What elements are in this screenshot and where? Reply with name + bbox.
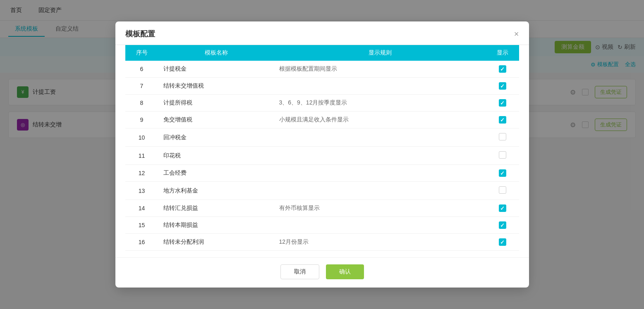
row-checkbox[interactable] (499, 169, 506, 177)
table-row: 14结转汇兑损益有外币核算显示 (125, 200, 519, 217)
cell-rule: 有外币核算显示 (274, 200, 486, 217)
cell-rule (274, 182, 486, 200)
cell-name: 工会经费 (158, 165, 274, 182)
cell-id: 13 (125, 182, 158, 200)
row-checkbox[interactable] (499, 221, 506, 229)
cell-name: 结转汇兑损益 (158, 200, 274, 217)
cell-checkbox (486, 95, 519, 112)
table-row: 6计提税金根据模板配置期间显示 (125, 61, 519, 78)
cell-checkbox (486, 200, 519, 217)
cell-checkbox (486, 112, 519, 128)
cell-checkbox (486, 78, 519, 95)
col-header-display: 显示 (486, 45, 519, 61)
confirm-button[interactable]: 确认 (326, 264, 364, 279)
cell-id: 10 (125, 128, 158, 147)
cell-name: 回冲税金 (158, 128, 274, 147)
row-checkbox[interactable] (499, 151, 506, 159)
cell-name: 结转未交增值税 (158, 78, 274, 95)
cell-rule: 3、6、9、12月按季度显示 (274, 95, 486, 112)
table-body: 6计提税金根据模板配置期间显示7结转未交增值税8计提所得税3、6、9、12月按季… (125, 61, 519, 251)
modal-body: 序号 模板名称 显示规则 显示 6计提税金根据模板配置期间显示7结转未交增值税8… (115, 45, 529, 257)
col-header-name: 模板名称 (158, 45, 274, 61)
cell-id: 9 (125, 112, 158, 128)
cell-rule (274, 217, 486, 234)
table-row: 10回冲税金 (125, 128, 519, 147)
cell-rule: 12月份显示 (274, 234, 486, 251)
cancel-button[interactable]: 取消 (280, 264, 319, 279)
table-row: 7结转未交增值税 (125, 78, 519, 95)
cell-id: 14 (125, 200, 158, 217)
table-row: 16结转未分配利润12月份显示 (125, 234, 519, 251)
row-checkbox[interactable] (499, 238, 506, 246)
cell-rule: 根据模板配置期间显示 (274, 61, 486, 78)
cell-checkbox (486, 217, 519, 234)
cell-name: 结转本期损益 (158, 217, 274, 234)
table-row: 8计提所得税3、6、9、12月按季度显示 (125, 95, 519, 112)
cell-rule: 小规模且满足收入条件显示 (274, 112, 486, 128)
config-table: 序号 模板名称 显示规则 显示 6计提税金根据模板配置期间显示7结转未交增值税8… (125, 45, 519, 251)
modal-template-config: 模板配置 × 序号 模板名称 显示规则 显示 6计提税金根据模板配置期间显示7结… (115, 21, 529, 288)
cell-rule (274, 165, 486, 182)
table-row: 15结转本期损益 (125, 217, 519, 234)
cell-id: 12 (125, 165, 158, 182)
cell-name: 印花税 (158, 147, 274, 165)
cell-checkbox (486, 147, 519, 165)
table-row: 11印花税 (125, 147, 519, 165)
cell-checkbox (486, 234, 519, 251)
row-checkbox[interactable] (499, 204, 506, 212)
row-checkbox[interactable] (499, 99, 506, 107)
cell-checkbox (486, 165, 519, 182)
cell-id: 7 (125, 78, 158, 95)
modal-footer: 取消 确认 (115, 257, 529, 288)
modal-close-button[interactable]: × (514, 30, 519, 38)
cell-name: 免交增值税 (158, 112, 274, 128)
cell-name: 计提税金 (158, 61, 274, 78)
row-checkbox[interactable] (499, 186, 506, 194)
cell-id: 11 (125, 147, 158, 165)
table-row: 9免交增值税小规模且满足收入条件显示 (125, 112, 519, 128)
modal-title: 模板配置 (125, 29, 155, 39)
table-row: 13地方水利基金 (125, 182, 519, 200)
cell-id: 8 (125, 95, 158, 112)
row-checkbox[interactable] (499, 116, 506, 124)
cell-checkbox (486, 182, 519, 200)
modal-overlay: 模板配置 × 序号 模板名称 显示规则 显示 6计提税金根据模板配置期间显示7结… (0, 0, 644, 309)
cell-rule (274, 147, 486, 165)
cell-checkbox (486, 128, 519, 147)
modal-header: 模板配置 × (115, 21, 529, 45)
cell-rule (274, 78, 486, 95)
cell-name: 地方水利基金 (158, 182, 274, 200)
row-checkbox[interactable] (499, 133, 506, 140)
cell-id: 16 (125, 234, 158, 251)
cell-name: 结转未分配利润 (158, 234, 274, 251)
table-row: 12工会经费 (125, 165, 519, 182)
row-checkbox[interactable] (499, 82, 506, 90)
cell-id: 15 (125, 217, 158, 234)
col-header-id: 序号 (125, 45, 158, 61)
col-header-rule: 显示规则 (274, 45, 486, 61)
row-checkbox[interactable] (499, 65, 506, 73)
table-header-row: 序号 模板名称 显示规则 显示 (125, 45, 519, 61)
cell-id: 6 (125, 61, 158, 78)
cell-checkbox (486, 61, 519, 78)
cell-name: 计提所得税 (158, 95, 274, 112)
cell-rule (274, 128, 486, 147)
